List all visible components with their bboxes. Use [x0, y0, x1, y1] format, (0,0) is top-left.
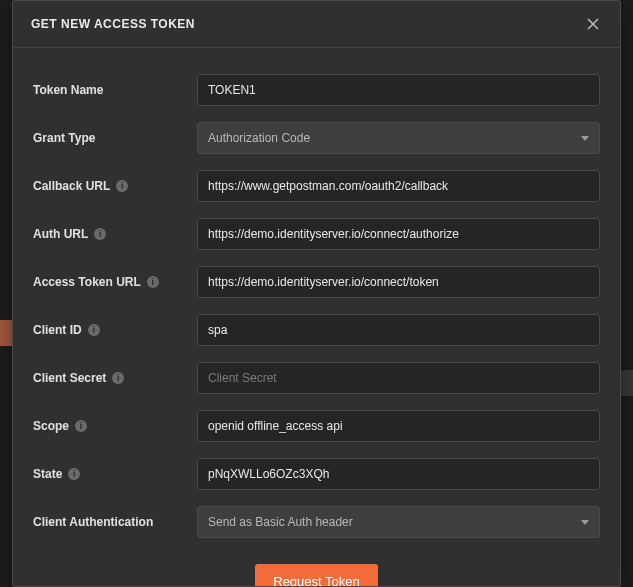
callback-url-input[interactable]	[197, 170, 600, 202]
chevron-down-icon	[581, 136, 589, 141]
scope-input[interactable]	[197, 410, 600, 442]
row-callback-url: Callback URL i	[33, 170, 600, 202]
row-client-id: Client ID i	[33, 314, 600, 346]
label-grant-type: Grant Type	[33, 131, 197, 145]
label-text: Scope	[33, 419, 69, 433]
close-icon	[586, 17, 600, 31]
auth-url-input[interactable]	[197, 218, 600, 250]
row-state: State i	[33, 458, 600, 490]
label-text: Access Token URL	[33, 275, 141, 289]
dialog-footer: Request Token	[33, 554, 600, 586]
info-icon[interactable]: i	[116, 180, 128, 192]
select-value: Authorization Code	[208, 131, 310, 145]
row-grant-type: Grant Type Authorization Code	[33, 122, 600, 154]
access-token-url-input[interactable]	[197, 266, 600, 298]
info-icon[interactable]: i	[94, 228, 106, 240]
label-callback-url: Callback URL i	[33, 179, 197, 193]
row-client-secret: Client Secret i	[33, 362, 600, 394]
label-text: Client ID	[33, 323, 82, 337]
label-text: Callback URL	[33, 179, 110, 193]
bg-accent-left	[0, 320, 12, 346]
label-text: State	[33, 467, 62, 481]
label-text: Client Secret	[33, 371, 106, 385]
label-client-id: Client ID i	[33, 323, 197, 337]
dialog-header: GET NEW ACCESS TOKEN	[13, 1, 620, 48]
label-text: Client Authentication	[33, 515, 153, 529]
label-state: State i	[33, 467, 197, 481]
grant-type-select[interactable]: Authorization Code	[197, 122, 600, 154]
info-icon[interactable]: i	[112, 372, 124, 384]
request-token-button[interactable]: Request Token	[255, 564, 378, 586]
label-access-token-url: Access Token URL i	[33, 275, 197, 289]
client-secret-input[interactable]	[197, 362, 600, 394]
label-client-auth: Client Authentication	[33, 515, 197, 529]
label-text: Auth URL	[33, 227, 88, 241]
row-client-auth: Client Authentication Send as Basic Auth…	[33, 506, 600, 538]
label-text: Token Name	[33, 83, 103, 97]
state-input[interactable]	[197, 458, 600, 490]
select-value: Send as Basic Auth header	[208, 515, 353, 529]
info-icon[interactable]: i	[147, 276, 159, 288]
row-auth-url: Auth URL i	[33, 218, 600, 250]
chevron-down-icon	[581, 520, 589, 525]
access-token-dialog: GET NEW ACCESS TOKEN Token Name Grant Ty…	[12, 0, 621, 587]
close-button[interactable]	[584, 15, 602, 33]
client-id-input[interactable]	[197, 314, 600, 346]
label-token-name: Token Name	[33, 83, 197, 97]
row-token-name: Token Name	[33, 74, 600, 106]
bg-accent-right	[621, 370, 633, 396]
dialog-body: Token Name Grant Type Authorization Code…	[13, 48, 620, 586]
label-text: Grant Type	[33, 131, 95, 145]
label-auth-url: Auth URL i	[33, 227, 197, 241]
info-icon[interactable]: i	[75, 420, 87, 432]
label-scope: Scope i	[33, 419, 197, 433]
info-icon[interactable]: i	[68, 468, 80, 480]
token-name-input[interactable]	[197, 74, 600, 106]
info-icon[interactable]: i	[88, 324, 100, 336]
client-auth-select[interactable]: Send as Basic Auth header	[197, 506, 600, 538]
label-client-secret: Client Secret i	[33, 371, 197, 385]
row-scope: Scope i	[33, 410, 600, 442]
dialog-title: GET NEW ACCESS TOKEN	[31, 17, 195, 31]
row-access-token-url: Access Token URL i	[33, 266, 600, 298]
